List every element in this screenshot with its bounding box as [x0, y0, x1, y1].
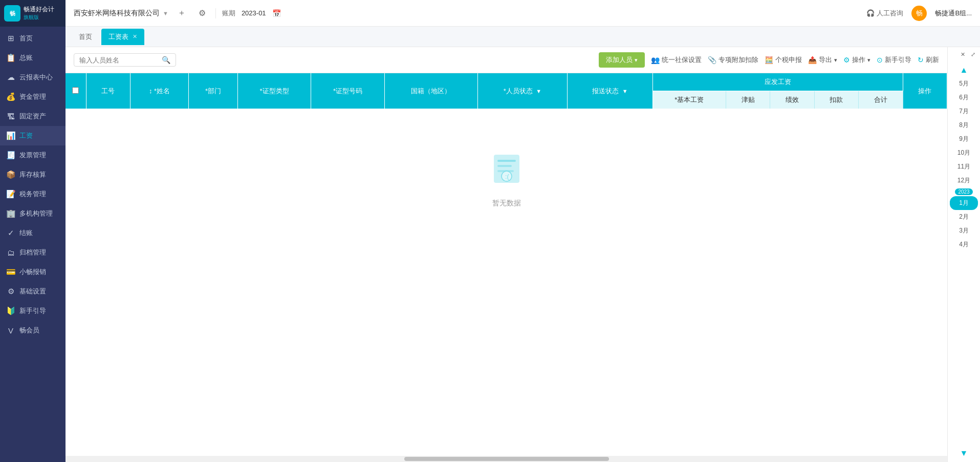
sidebar-item-settle[interactable]: ✓结账: [0, 223, 66, 243]
col-id-num: *证型号码: [311, 73, 384, 109]
sidebar: 畅 畅通好会计 旗舰版 ⊞首页📋总账☁云报表中心💰资金管理🏗固定资产📊工资🧾发票…: [0, 0, 66, 462]
toolbar-right: 添加人员 ▾ 👥 统一社保设置 📎 专项附加扣除 🧮 个税申报: [599, 52, 939, 68]
tab-salary[interactable]: 工资表 ✕: [101, 29, 144, 45]
add-company-button[interactable]: ＋: [175, 6, 189, 20]
col-report-status[interactable]: 报送状态 ▼: [568, 73, 652, 109]
month-8[interactable]: 8月: [948, 118, 980, 132]
nav-icon-settings: ⚙: [6, 287, 15, 296]
nav-icon-cloud-report: ☁: [6, 73, 15, 82]
content-with-panel: 🔍 添加人员 ▾ 👥 统一社保设置 📎 专项附加扣除: [66, 47, 980, 462]
col-actions: 操作: [903, 73, 947, 109]
sidebar-item-settings[interactable]: ⚙基础设置: [0, 282, 66, 301]
month-3[interactable]: 3月: [948, 224, 980, 238]
sidebar-item-assets[interactable]: 🏗固定资产: [0, 107, 66, 126]
col-name[interactable]: ↕ *姓名: [130, 73, 188, 109]
refresh-action[interactable]: ↻ 刷新: [918, 55, 939, 65]
month-up-button[interactable]: ▲: [958, 64, 970, 77]
table-section: 🔍 添加人员 ▾ 👥 统一社保设置 📎 专项附加扣除: [66, 47, 947, 462]
nav-label-settings: 基础设置: [19, 287, 46, 296]
sidebar-item-ledger[interactable]: 📋总账: [0, 48, 66, 68]
sidebar-item-home[interactable]: ⊞首页: [0, 29, 66, 48]
personal-tax-label: 个税申报: [775, 55, 802, 65]
nav-icon-ledger: 📋: [6, 53, 15, 62]
col-checkbox[interactable]: [66, 73, 86, 109]
month-4[interactable]: 4月: [948, 238, 980, 251]
col-allowance: 津贴: [726, 91, 770, 109]
select-all-checkbox[interactable]: [72, 87, 79, 94]
special-deduct-label: 专项附加扣除: [718, 55, 758, 65]
special-deduct-action[interactable]: 📎 专项附加扣除: [708, 55, 758, 65]
new-guide-icon: ⊙: [877, 56, 883, 64]
search-icon: 🔍: [162, 56, 170, 64]
export-label: 导出: [819, 55, 832, 65]
personal-tax-action[interactable]: 🧮 个税申报: [765, 55, 802, 65]
sidebar-item-fund[interactable]: 💰资金管理: [0, 87, 66, 107]
svg-rect-1: [497, 160, 516, 162]
month-9[interactable]: 9月: [948, 132, 980, 146]
sidebar-item-cloud-report[interactable]: ☁云报表中心: [0, 68, 66, 87]
col-salary-group: 应发工资: [652, 73, 903, 91]
month-down-button[interactable]: ▼: [958, 447, 970, 460]
service-label: 人工咨询: [877, 9, 903, 18]
operate-action[interactable]: ⚙ 操作 ▾: [843, 55, 870, 65]
month-1-active[interactable]: 1月: [950, 196, 978, 210]
export-action[interactable]: 📤 导出 ▾: [808, 55, 837, 65]
sidebar-item-inventory[interactable]: 📦库存核算: [0, 165, 66, 184]
logo-icon: 畅: [4, 5, 20, 22]
sidebar-item-multi-org[interactable]: 🏢多机构管理: [0, 204, 66, 223]
sidebar-item-expense[interactable]: 💳小畅报销: [0, 262, 66, 282]
toolbar: 🔍 添加人员 ▾ 👥 统一社保设置 📎 专项附加扣除: [66, 47, 947, 73]
company-selector[interactable]: 西安虾米网络科技有限公司 ▼: [74, 9, 168, 18]
sidebar-item-vip[interactable]: V畅会员: [0, 321, 66, 340]
month-6[interactable]: 6月: [948, 91, 980, 104]
add-person-button[interactable]: 添加人员 ▾: [599, 52, 645, 68]
sidebar-item-tax[interactable]: 📝税务管理: [0, 184, 66, 204]
col-id-type: *证型类型: [237, 73, 311, 109]
tab-home[interactable]: 首页: [72, 29, 99, 45]
nav-label-vip: 畅会员: [19, 326, 39, 335]
refresh-icon: ↻: [918, 56, 924, 64]
col-staff-status[interactable]: *人员状态 ▼: [477, 73, 568, 109]
sidebar-item-salary[interactable]: 📊工资: [0, 126, 66, 145]
nav-icon-guide: 🔰: [6, 306, 15, 316]
nav-icon-fund: 💰: [6, 92, 15, 101]
nav-icon-expense: 💳: [6, 267, 15, 277]
tab-close-icon[interactable]: ✕: [133, 33, 137, 40]
svg-text::(: :(: [505, 173, 510, 180]
period-calendar-icon[interactable]: 📅: [272, 9, 281, 17]
period-label: 账期: [222, 9, 235, 18]
special-deduct-icon: 📎: [708, 56, 716, 64]
nav-label-invoice: 发票管理: [19, 151, 46, 160]
month-12[interactable]: 12月: [948, 174, 980, 187]
month-11[interactable]: 11月: [948, 160, 980, 174]
search-input[interactable]: [79, 56, 159, 64]
add-person-dropdown-icon: ▾: [635, 57, 638, 64]
human-service-button[interactable]: 🎧 人工咨询: [866, 9, 903, 18]
month-7[interactable]: 7月: [948, 104, 980, 118]
tab-salary-label: 工资表: [108, 32, 128, 41]
nav-icon-salary: 📊: [6, 131, 15, 140]
sidebar-item-guide[interactable]: 🔰新手引导: [0, 301, 66, 321]
hscroll-bar[interactable]: [66, 456, 947, 462]
col-total: 合计: [859, 91, 903, 109]
new-guide-action[interactable]: ⊙ 新手引导: [877, 55, 911, 65]
nav-label-multi-org: 多机构管理: [19, 209, 53, 218]
month-2[interactable]: 2月: [948, 210, 980, 224]
month-5[interactable]: 5月: [948, 77, 980, 91]
social-security-action[interactable]: 👥 统一社保设置: [651, 55, 702, 65]
salary-table: 工号 ↕ *姓名 *部门 *证型类型 *证型号码 国籍（地区） *人员状态 ▼ …: [66, 73, 947, 109]
close-panel-button[interactable]: ✕: [959, 50, 967, 58]
hscroll-thumb[interactable]: [404, 457, 609, 461]
nav-icon-assets: 🏗: [6, 112, 15, 121]
settings-button[interactable]: ⚙: [195, 6, 209, 20]
month-panel: ✕ ⤢ ▲ 5月 6月 7月 8月 9月 10月 11月 12月 2023 1月…: [947, 47, 980, 462]
nav-label-expense: 小畅报销: [19, 267, 46, 277]
nav-icon-tax: 📝: [6, 190, 15, 199]
sidebar-item-archive[interactable]: 🗂归档管理: [0, 243, 66, 262]
sidebar-item-invoice[interactable]: 🧾发票管理: [0, 145, 66, 165]
app-name: 畅通好会计: [24, 6, 54, 14]
month-10[interactable]: 10月: [948, 146, 980, 160]
expand-panel-button[interactable]: ⤢: [969, 50, 977, 58]
nav-label-settle: 结账: [19, 228, 33, 238]
topbar-right: 🎧 人工咨询 畅 畅捷通B组...: [866, 6, 972, 21]
